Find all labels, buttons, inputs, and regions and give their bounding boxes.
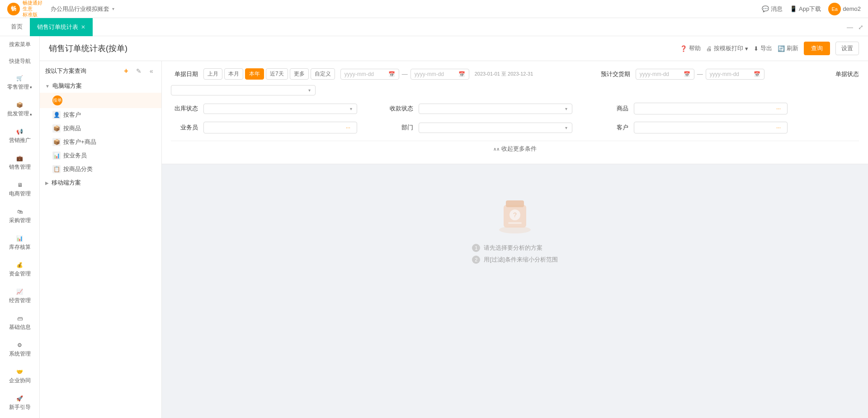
panel-edit-btn[interactable]: ✎ [134,66,143,76]
order-status-select[interactable]: ▾ [171,85,316,95]
help-icon: ❓ [680,45,687,52]
sidebar-item-operations[interactable]: 📈 经营管理 [0,283,39,310]
tree-parent-mobile[interactable]: ▶ 移动端方案 [40,176,161,190]
wholesale-icon: 📦 [16,102,23,108]
app-download-btn[interactable]: 📱 App下载 [790,5,821,13]
customer-input[interactable]: ··· [634,122,788,133]
product-input[interactable]: ··· [634,103,788,114]
download-icon: 📱 [790,5,797,12]
logo-area: 畅 畅捷通好生意 标准版 [7,0,47,18]
sidebar-item-ecommerce[interactable]: 🖥 电商管理 [0,176,39,203]
empty-tips: 1 请先选择要分析的方案 2 用[过滤]条件来缩小分析范围 [472,244,557,264]
date-quick-btns: 上月 本月 本年 近7天 更多 自定义 [203,68,335,80]
department-select[interactable]: ▾ [419,123,572,133]
sidebar: 搜索菜单 快捷导航 🛒 零售管理 ▾ 📦 批发管理 ▴ 📢 营销推广 💼 销售管… [0,36,40,418]
calendar-icon-exp-start: 📅 [684,71,690,77]
customer-more-btn[interactable]: ··· [774,124,783,131]
filter-wrapper: 单据日期 上月 本月 本年 近7天 更多 自定义 [162,61,868,164]
date-end-input[interactable]: yyyy-mm-dd 📅 [410,69,469,80]
customer-icon: 👤 [52,111,61,119]
expected-end-input[interactable]: yyyy-mm-dd 📅 [706,69,764,80]
page-title: 销售订单统计表(按单) [49,43,127,59]
sidebar-item-marketing[interactable]: 📢 营销推广 [0,123,39,150]
content-area: 销售订单统计表(按单) ❓ 帮助 🖨 按模板打印 ▾ ⬇ 导出 🔄 刷新 [40,36,868,418]
body-area: 按以下方案查询 + ✎ « ▼ 电脑端方案 按单 [40,61,868,418]
tree-label-mobile: 移动端方案 [52,179,81,187]
tree-item-by-customer-product[interactable]: 📦 按客户+商品 [40,135,161,149]
tree-parent-pc[interactable]: ▼ 电脑端方案 [40,79,161,93]
app-title-area[interactable]: 办公用品行业模拟账套 ▾ [47,5,762,13]
tree-item-by-customer[interactable]: 👤 按客户 [40,108,161,122]
sidebar-item-finance[interactable]: 💰 资金管理 [0,256,39,283]
sidebar-item-basic-info[interactable]: 🗃 基础信息 [0,310,39,337]
empty-tip-2: 2 用[过滤]条件来缩小分析范围 [472,256,557,264]
sidebar-item-retail[interactable]: 🛒 零售管理 ▾ [0,70,39,96]
tree-label-pc: 电脑端方案 [52,82,82,90]
inventory-icon: 📊 [16,235,23,242]
sidebar-quick-nav[interactable]: 快捷导航 [0,53,39,70]
date-btn-last-7[interactable]: 近7天 [266,68,288,80]
sidebar-item-sales[interactable]: 💼 销售管理 [0,150,39,176]
sidebar-item-purchase[interactable]: 🛍 采购管理 [0,203,39,230]
sidebar-item-collaboration[interactable]: 🤝 企业协同 [0,363,39,390]
maximize-btn[interactable]: ⤢ [857,24,864,31]
sidebar-search-menu[interactable]: 搜索菜单 [0,36,39,53]
filter-row-status: 出库状态 ▾ 收款状态 ▾ [171,103,859,114]
product-category-icon: 📋 [52,165,61,173]
sidebar-item-guide[interactable]: 🚀 新手引导 [0,390,39,417]
calendar-icon-end: 📅 [458,71,465,77]
print-icon: 🖨 [706,45,712,52]
tree-item-by-product-category[interactable]: 📋 按商品分类 [40,162,161,176]
query-btn[interactable]: 查询 [804,42,830,55]
tab-home[interactable]: 首页 [4,18,30,36]
left-panel: 按以下方案查询 + ✎ « ▼ 电脑端方案 按单 [40,61,162,418]
panel-toolbar: 按以下方案查询 + ✎ « [40,66,161,79]
purchase-icon: 🛍 [17,209,23,215]
payment-status-select[interactable]: ▾ [419,104,572,114]
message-btn[interactable]: 💬 消息 [762,5,783,13]
tree-item-by-salesperson[interactable]: 📊 按业务员 [40,149,161,162]
refresh-btn[interactable]: 🔄 刷新 [778,44,798,52]
sidebar-item-inventory[interactable]: 📊 库存核算 [0,230,39,256]
empty-state: ? 1 请先选择要分析的方案 2 用[过滤]条件来缩小分析范围 [162,164,868,291]
finance-icon: 💰 [16,262,23,268]
sidebar-item-system[interactable]: ⚙ 系统管理 [0,337,39,363]
date-btn-more[interactable]: 更多 [290,68,309,80]
logo-text: 畅捷通好生意 标准版 [23,0,47,18]
delivery-status-select[interactable]: ▾ [203,104,357,114]
panel-collapse-btn[interactable]: « [147,66,156,76]
tab-sales-order-stats[interactable]: 销售订单统计表 ✕ [30,18,93,36]
main-layout: 搜索菜单 快捷导航 🛒 零售管理 ▾ 📦 批发管理 ▴ 📢 营销推广 💼 销售管… [0,36,868,418]
date-btn-custom[interactable]: 自定义 [311,68,335,80]
date-start-input[interactable]: yyyy-mm-dd 📅 [340,69,399,80]
salesperson-input[interactable]: ··· [203,122,357,133]
help-btn[interactable]: ❓ 帮助 [680,44,701,52]
salesperson-more-btn[interactable]: ··· [344,124,352,131]
date-btn-this-year[interactable]: 本年 [245,68,264,80]
svg-rect-2 [506,200,524,207]
calendar-icon-start: 📅 [388,71,395,77]
sidebar-item-wholesale[interactable]: 📦 批发管理 ▴ [0,96,39,123]
tree-item-by-order[interactable]: 按单 [40,93,161,108]
tree-item-by-product[interactable]: 📦 按商品 [40,122,161,135]
customer-filter-label: 客户 [601,124,628,132]
settings-btn[interactable]: 设置 [835,42,859,55]
logo-icon: 畅 [7,3,20,15]
basic-info-icon: 🗃 [17,315,23,322]
panel-add-btn[interactable]: + [122,66,131,76]
product-more-btn[interactable]: ··· [774,105,783,112]
tab-close-btn[interactable]: ✕ [81,24,85,30]
minimize-btn[interactable]: — [846,24,854,31]
export-btn[interactable]: ⬇ 导出 [754,44,772,52]
expected-start-input[interactable]: yyyy-mm-dd 📅 [636,69,694,80]
page-actions: ❓ 帮助 🖨 按模板打印 ▾ ⬇ 导出 🔄 刷新 查询 设置 [680,42,859,61]
exp-date-dash: — [697,71,703,77]
date-btn-this-month[interactable]: 本月 [224,68,243,80]
delivery-dropdown-icon: ▾ [350,106,352,111]
collapse-btn[interactable]: ∧∧ 收起更多条件 [171,141,859,157]
tree-section: ▼ 电脑端方案 按单 👤 按客户 📦 按商品 [40,79,161,190]
filter-area: 单据日期 上月 本月 本年 近7天 更多 自定义 [162,61,868,164]
user-avatar-area[interactable]: Ea demo2 [828,3,861,15]
date-btn-last-month[interactable]: 上月 [203,68,222,80]
print-btn[interactable]: 🖨 按模板打印 ▾ [706,44,748,52]
